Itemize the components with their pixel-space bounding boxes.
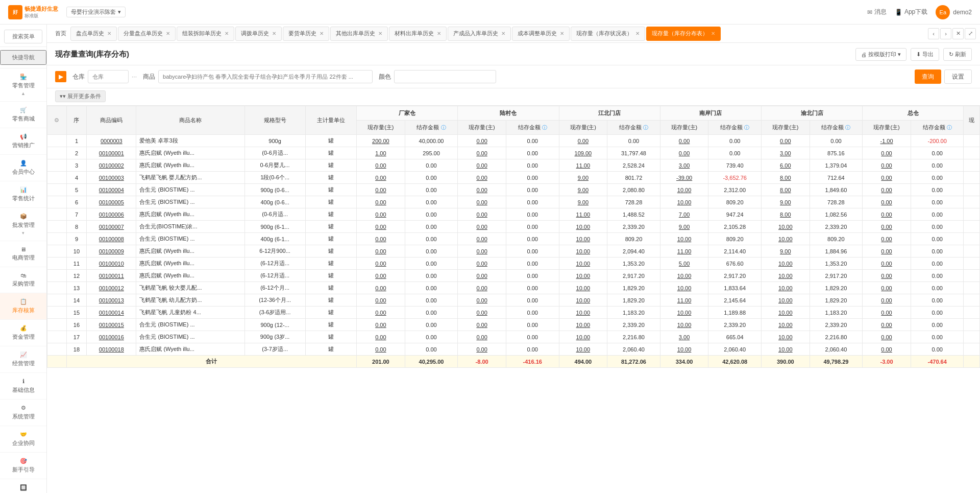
refresh-btn[interactable]: ↻ 刷新: [943, 48, 972, 61]
app-download-btn[interactable]: 📱 App下载: [895, 8, 927, 16]
th-na-qty: 现存量(主): [660, 121, 708, 135]
sidebar-item-label: 资金管理: [12, 333, 35, 341]
tab-qtck[interactable]: 其他出库单历史✕: [330, 27, 388, 41]
td-yb-qty: 8.00: [762, 172, 810, 184]
expand-more-btn[interactable]: ▾▾ 展开更多条件: [55, 90, 106, 102]
quick-nav-btn[interactable]: 快捷导航: [0, 50, 46, 65]
sidebar-item-retail-mall[interactable]: 🛒 零售商城: [0, 102, 46, 128]
sidebar-item-inventory[interactable]: 📋 库存核算: [0, 293, 46, 320]
warehouse-dots[interactable]: ···: [132, 73, 137, 80]
tab-close-icon[interactable]: ✕: [437, 31, 441, 36]
tab-close-icon[interactable]: ✕: [560, 31, 564, 36]
sidebar-item-label: 零售统计: [12, 195, 35, 202]
td-idx: 1: [66, 135, 87, 147]
sidebar-item-enterprise[interactable]: 🤝 企业协同: [0, 426, 46, 453]
td-name: 爱他美 卓萃3段: [136, 135, 244, 147]
filter-expand-btn[interactable]: ▶: [55, 71, 66, 82]
tab-zzccsh[interactable]: 组装拆卸单历史✕: [177, 27, 234, 41]
tab-bar: 首页 盘点单历史✕ 分量盘点单历史✕ 组装拆卸单历史✕ 调拨单历史✕ 要货单历史…: [47, 25, 980, 43]
td-yb-amt: 809.20: [810, 233, 863, 245]
td-na-amt: 676.60: [708, 257, 762, 270]
tab-pddlsh[interactable]: 盘点单历史✕: [70, 27, 117, 41]
query-btn[interactable]: 查询: [915, 69, 941, 84]
td-total-amt: 0.00: [911, 208, 964, 221]
message-btn[interactable]: ✉ 消息: [867, 8, 887, 16]
tab-flpdlsh[interactable]: 分量盘点单历史✕: [118, 27, 176, 41]
setting-btn[interactable]: 设置: [944, 69, 972, 84]
user-menu[interactable]: Ea demo2: [936, 5, 972, 19]
tab-close-icon[interactable]: ✕: [320, 31, 324, 36]
warehouse-input[interactable]: [88, 70, 129, 83]
td-code: 00100014: [87, 307, 136, 319]
tab-close-icon[interactable]: ✕: [166, 31, 170, 36]
message-icon: ✉: [867, 9, 872, 16]
tab-close-icon[interactable]: ✕: [107, 31, 111, 36]
sidebar-item-guide[interactable]: 🎯 新手引导: [0, 453, 46, 479]
goods-input[interactable]: [158, 70, 373, 83]
industry-selector[interactable]: 母婴行业演示陈套 ▾: [66, 7, 126, 17]
sidebar-item-retail-stats[interactable]: 📊 零售统计: [0, 181, 46, 208]
sidebar-item-retail-mgmt[interactable]: 🏪 零售管理 ▲: [0, 68, 46, 102]
sidebar-item-ecommerce[interactable]: 🖥 电商管理: [0, 241, 46, 267]
td-jb-amt: 2,339.20: [607, 221, 660, 233]
td-idx: 8: [66, 221, 87, 233]
sidebar-item-marketing[interactable]: 📢 营销推广: [0, 128, 46, 155]
sidebar-item-ops[interactable]: 📈 经营管理: [0, 346, 46, 373]
settings-icon[interactable]: ⚙: [54, 117, 59, 123]
td-name: 合生元(BIOSTIME)浓...: [136, 221, 244, 233]
finance-icon: 💰: [20, 325, 27, 332]
sidebar-item-member[interactable]: 👤 会员中心: [0, 155, 46, 181]
tab-close-icon[interactable]: ✕: [635, 31, 640, 36]
search-btn[interactable]: 搜索英单: [4, 30, 42, 43]
td-lc-qty: 0.00: [458, 257, 506, 270]
tab-dblsh[interactable]: 调拨单历史✕: [235, 27, 282, 41]
print-btn[interactable]: 🖨 按模版打印 ▾: [855, 48, 906, 61]
tab-prev-btn[interactable]: ‹: [928, 28, 939, 39]
td-lc-qty: 0.00: [458, 196, 506, 208]
td-lc-amt: 0.00: [506, 282, 559, 294]
tab-cbtj[interactable]: 成本调整单历史✕: [512, 27, 570, 41]
td-yb-amt: 875.16: [810, 147, 863, 159]
tab-close-icon[interactable]: ✕: [501, 31, 505, 36]
tab-close-icon[interactable]: ✕: [378, 31, 382, 36]
td-lc-amt: 0.00: [506, 233, 559, 245]
td-name: 惠氏启赋 (Wyeth illu...: [136, 245, 244, 257]
color-input[interactable]: [394, 70, 496, 83]
tab-close-icon[interactable]: ✕: [711, 31, 715, 36]
ops-icon: 📈: [20, 351, 27, 358]
tab-close-icon[interactable]: ✕: [272, 31, 276, 36]
td-na-amt: 0.00: [708, 135, 762, 147]
td-jb-qty: 10.00: [559, 282, 607, 294]
table-row: 18 00100018 惠氏启赋 (Wyeth illu... (3-7岁适..…: [47, 343, 980, 356]
td-fj-qty: 0.00: [357, 245, 405, 257]
td-yb-qty: 6.00: [762, 159, 810, 172]
tab-next-btn[interactable]: ›: [940, 28, 951, 39]
td-fj-qty: 0.00: [357, 294, 405, 307]
tab-home[interactable]: 首页: [51, 30, 70, 37]
sidebar-item-basic[interactable]: ℹ 基础信息: [0, 373, 46, 400]
sidebar-item-finance[interactable]: 💰 资金管理: [0, 320, 46, 346]
td-unit: 罐: [305, 135, 356, 147]
tab-expand-btn[interactable]: ⤢: [965, 28, 976, 39]
td-extra: [964, 172, 980, 184]
td-total-qty: 0.00: [863, 233, 911, 245]
td-name: 惠氏启赋 (Wyeth illu...: [136, 208, 244, 221]
td-name: 飞鹤星飞帆 儿童奶粉 4...: [136, 307, 244, 319]
export-btn[interactable]: ⬇ 导出: [911, 48, 939, 61]
sidebar-item-purchase[interactable]: 🛍 采购管理: [0, 267, 46, 293]
td-name: 惠氏启赋 (Wyeth illu...: [136, 159, 244, 172]
tab-kczkb[interactable]: 现存量（库存状况表）✕: [571, 27, 645, 41]
sidebar-item-appcenter[interactable]: 🔲 应用中心: [0, 479, 46, 493]
tab-close-all-btn[interactable]: ✕: [952, 28, 964, 39]
td-jb-amt: 1,488.52: [607, 208, 660, 221]
sidebar-items: 🏪 零售管理 ▲ 🛒 零售商城 📢 营销推广 👤 会员中心 📊 零售统计 📦 批…: [0, 68, 46, 493]
tab-pcrk[interactable]: 产成品入库单历史✕: [448, 27, 511, 41]
td-spec: (6-12个月...: [244, 282, 305, 294]
tab-close-icon[interactable]: ✕: [225, 31, 229, 36]
sidebar-item-wholesale[interactable]: 📦 批发管理 ▾: [0, 208, 46, 241]
tab-kcfbb[interactable]: 现存量（库存分布表）✕: [646, 27, 721, 41]
td-unit: 罐: [305, 294, 356, 307]
sidebar-item-sys[interactable]: ⚙ 系统管理: [0, 400, 46, 426]
tab-yhd[interactable]: 要货单历史✕: [283, 27, 329, 41]
tab-clck[interactable]: 材料出库单历史✕: [389, 27, 447, 41]
